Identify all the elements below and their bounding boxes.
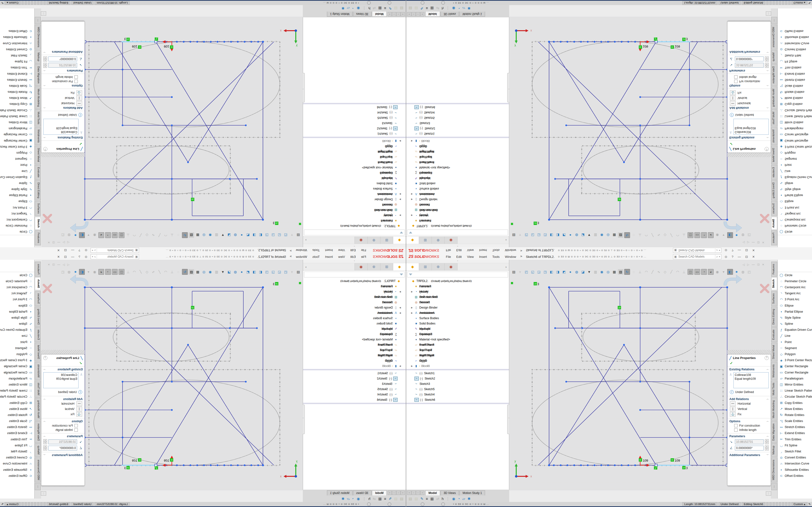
command-tab-sheet-metal[interactable]: Sheet Metal: [771, 343, 777, 361]
tool-ellipse[interactable]: ⬭Ellipse: [778, 199, 812, 205]
command-tab-markup[interactable]: Markup: [35, 50, 41, 63]
chevron-up-icon[interactable]: ︿: [43, 397, 45, 401]
tool-convert-entities[interactable]: ⊙Convert Entities: [778, 46, 812, 52]
tree-item[interactable]: ■Solid Bodies: [303, 321, 406, 326]
tree-item[interactable]: ▶◔HistoryHistory: [303, 289, 406, 294]
bottom-toolbar-icon[interactable]: ⇄: [373, 497, 376, 501]
pm-help-icon[interactable]: ?: [765, 356, 769, 360]
tool-fit-spline[interactable]: ◡Fit Spline: [0, 442, 34, 448]
hud-icon[interactable]: ◳: [264, 269, 269, 275]
propertymanager-tab[interactable]: ⊕: [432, 237, 445, 244]
hud-icon[interactable]: ▦: [195, 269, 200, 275]
tree-item-sketch2[interactable]: ⌐(-)Sketch2: [303, 376, 406, 381]
tree-item-sketch5[interactable]: ⌐(-)Sketch5: [406, 115, 509, 120]
pin-icon[interactable]: ⚑: [290, 249, 292, 252]
hud-icon[interactable]: ◠: [132, 269, 137, 275]
command-tab--[interactable]: …: [771, 483, 777, 490]
panel-expand-arrow[interactable]: ›: [303, 237, 309, 244]
tool-stretch-entities[interactable]: ↦Stretch Entities: [778, 77, 812, 83]
bottom-toolbar-icon[interactable]: ▤: [394, 6, 398, 11]
angle-input[interactable]: 0.00000000°: [735, 446, 764, 451]
doc-tab-motion-study-1[interactable]: Motion Study 1: [327, 12, 353, 17]
section-add-relations[interactable]: Add Relations: [729, 106, 749, 110]
hud-icon[interactable]: ◉: [599, 269, 604, 275]
tool-equation-driven-curve[interactable]: ƒEquation Driven Curve: [0, 327, 34, 333]
menu-tools[interactable]: Tools: [490, 248, 502, 253]
close-button[interactable]: ✕: [57, 249, 60, 252]
tool-fit-spline[interactable]: ◡Fit Spline: [778, 442, 812, 448]
hud-icon[interactable]: ◨: [555, 269, 560, 275]
tool-3-point-center-recta-[interactable]: ◈3 Point Center Recta...: [0, 357, 34, 363]
add-relation-vertical[interactable]: ❘Vertical: [730, 96, 769, 101]
add-relation-horizontal[interactable]: —Horizontal: [43, 401, 82, 406]
tool-corner-rectangle[interactable]: ▭Corner Rectangle: [778, 131, 812, 137]
command-tab-features[interactable]: Features: [771, 231, 777, 245]
bottom-toolbar-icon[interactable]: h: [442, 6, 444, 10]
hud-icon[interactable]: ◉: [715, 232, 720, 238]
panel-splitter-grip[interactable]: ⚬: [406, 260, 509, 263]
hud-icon[interactable]: ◍: [574, 269, 579, 275]
hud-icon[interactable]: ◕: [98, 232, 104, 238]
chevron-up-icon[interactable]: ︿: [43, 435, 45, 438]
tree-item[interactable]: ◎SensorsSensors: [303, 300, 406, 305]
section-options[interactable]: Options: [729, 84, 740, 88]
panel-expand-arrow[interactable]: ›: [503, 237, 509, 244]
hud-icon[interactable]: ◍: [66, 269, 72, 275]
section-additional-parameters[interactable]: Additional Parameters: [729, 50, 760, 54]
relation-entry[interactable]: Equal length109: [45, 126, 77, 130]
hud-icon[interactable]: ◫: [119, 232, 124, 238]
hud-icon[interactable]: ◇: [144, 232, 150, 238]
tool-move-entities[interactable]: ↗Move Entities: [778, 95, 812, 101]
bottom-toolbar-icon[interactable]: ≡: [384, 6, 386, 10]
tree-filter-box[interactable]: [407, 272, 508, 277]
chevron-up-icon[interactable]: ︿: [43, 419, 45, 423]
tool-corner-rectangle[interactable]: ▭Corner Rectangle: [0, 131, 34, 137]
bottom-toolbar-icon[interactable]: ✱: [342, 497, 345, 501]
displaymanager-tab[interactable]: ⊞: [380, 263, 393, 270]
tool-partial-ellipse[interactable]: ◖Partial Ellipse: [0, 192, 34, 199]
menu-window[interactable]: Window: [293, 248, 309, 253]
bottom-toolbar-icon[interactable]: h: [368, 497, 370, 501]
tool-centerpoint-arc[interactable]: ◠Centerpoint Arc: [778, 217, 812, 223]
tree-item-sketch5[interactable]: ⌐(-)Sketch5: [303, 115, 406, 120]
hud-icon[interactable]: ◧: [79, 232, 85, 238]
hud-icon[interactable]: ▿: [289, 269, 295, 275]
doc-tab-motion-study-1[interactable]: Motion Study 1: [327, 490, 353, 495]
hud-icon[interactable]: ◩: [561, 232, 567, 238]
tree-item[interactable]: ▶▯Design Binder: [406, 305, 509, 310]
hud-icon[interactable]: ◰: [283, 232, 288, 238]
menu-tools[interactable]: Tools: [310, 248, 322, 253]
hud-icon[interactable]: ◨: [252, 232, 257, 238]
tool-perimeter-circle[interactable]: ◌Perimeter Circle: [778, 223, 812, 229]
hud-icon[interactable]: ▥: [214, 269, 219, 275]
chevron-up-icon[interactable]: ︿: [767, 397, 769, 401]
tool-circle[interactable]: ◯Circle: [778, 229, 812, 235]
search-box[interactable]: ▣ ⌕ ▾: [91, 254, 139, 259]
hud-icon[interactable]: ⊥: [637, 232, 643, 238]
tree-root-item[interactable]: ◆TЯPDL2.(Default) <<Default>_Display Sta…: [406, 223, 509, 229]
hud-icon[interactable]: ⊥: [681, 269, 687, 275]
command-tab-mold-tools[interactable]: Mold Tools: [771, 110, 777, 126]
restore-button[interactable]: ⊡: [745, 255, 748, 259]
hud-icon[interactable]: ▥: [214, 232, 219, 238]
bottom-toolbar-icon[interactable]: ✎: [389, 6, 392, 11]
search-icon[interactable]: ⌕: [715, 255, 718, 259]
tool-point[interactable]: ▪Point: [778, 339, 812, 345]
search-input[interactable]: [98, 255, 134, 259]
hud-icon[interactable]: ◍: [233, 269, 238, 275]
option-infinite-length[interactable]: Infinite length: [734, 75, 769, 79]
hud-icon[interactable]: ↻: [624, 269, 630, 275]
command-tab-data-migration[interactable]: Data Migration: [35, 421, 41, 443]
panel-splitter-grip[interactable]: ⚬: [303, 260, 406, 263]
bottom-left-toolbar[interactable]: ▤▤✎≡▦⇄h⋮◉◔▱✱: [303, 5, 406, 12]
hud-icon[interactable]: ◪: [580, 269, 586, 275]
tree-item[interactable]: ▱Top PlaneTop Plane: [303, 154, 406, 160]
hud-icon[interactable]: ◱: [277, 232, 282, 238]
search-box[interactable]: ▣ ⌕ ▾: [673, 254, 721, 259]
section-add-relations[interactable]: Add Relations: [63, 106, 83, 110]
command-tab-surfaces[interactable]: Surfaces: [35, 201, 41, 216]
hud-icon[interactable]: ◠: [675, 232, 680, 238]
hud-icon[interactable]: ▼: [220, 269, 225, 275]
tool-extend-entities[interactable]: ⊢Extend Entities: [0, 71, 34, 77]
tool-mirror-entities[interactable]: ◫Mirror Entities: [0, 382, 34, 388]
